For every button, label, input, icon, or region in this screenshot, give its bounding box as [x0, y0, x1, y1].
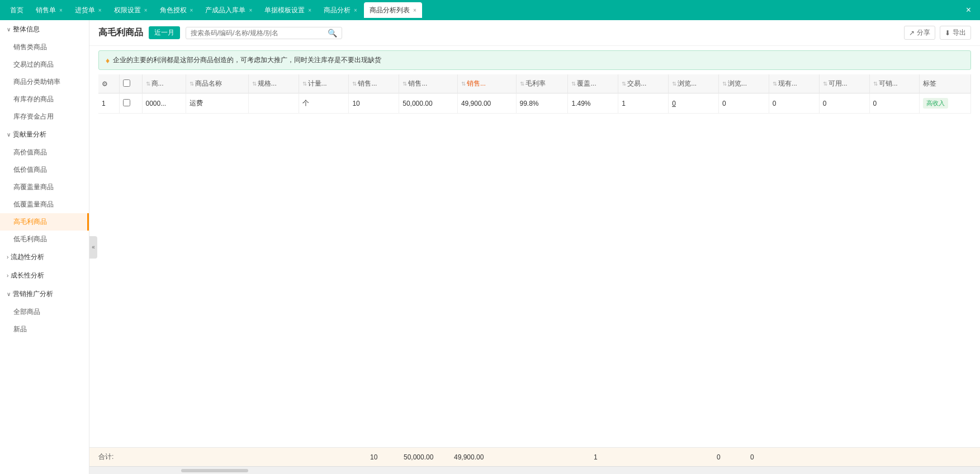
- content-area: 高毛利商品 近一月 🔍 ↗ 分享 ⬇ 导出 ♦ 企业的主要的利润都是这部分商品创…: [89, 20, 980, 474]
- horizontal-scrollbar[interactable]: [181, 469, 248, 472]
- close-sales-tab[interactable]: ×: [59, 7, 63, 13]
- cell-sales-profit: 49,900.00: [457, 93, 516, 114]
- row-checkbox[interactable]: [123, 99, 130, 106]
- sidebar-item-all-goods[interactable]: 全部商品: [0, 303, 89, 321]
- nav-tab-home[interactable]: 首页: [4, 2, 29, 18]
- nav-tab-permissions[interactable]: 权限设置 ×: [108, 2, 153, 18]
- col-transaction[interactable]: ⇅交易...: [618, 74, 669, 93]
- header-actions: ↗ 分享 ⬇ 导出: [904, 26, 971, 40]
- cell-spec: [248, 93, 299, 114]
- sidebar-item-low-margin[interactable]: 低毛利商品: [0, 231, 89, 248]
- toggle-sidebar-button[interactable]: «: [89, 236, 97, 259]
- sidebar-item-high-value[interactable]: 高价值商品: [0, 144, 89, 161]
- close-templates-tab[interactable]: ×: [308, 7, 311, 13]
- export-button[interactable]: ⬇ 导出: [940, 26, 971, 40]
- search-icon[interactable]: 🔍: [328, 29, 337, 37]
- footer-totals: 合计: 10 50,000.00 49,900.00 1 0 0: [89, 447, 980, 466]
- col-sellable-stock[interactable]: ⇅可销...: [869, 74, 920, 93]
- search-box[interactable]: 🔍: [186, 27, 342, 39]
- close-analytics-tab[interactable]: ×: [354, 7, 357, 13]
- page-title: 高毛利商品: [98, 27, 143, 39]
- col-sales-amount[interactable]: ⇅销售...: [399, 74, 458, 93]
- col-name[interactable]: ⇅商品名称: [186, 74, 248, 93]
- nav-tab-finished-goods[interactable]: 产成品入库单 ×: [200, 2, 258, 18]
- sidebar-group-marketing[interactable]: ∨ 营销推广分析: [0, 285, 89, 303]
- share-button[interactable]: ↗ 分享: [904, 26, 935, 40]
- nav-tab-analytics-list[interactable]: 商品分析列表 ×: [364, 2, 422, 18]
- col-available-stock[interactable]: ⇅可用...: [819, 74, 869, 93]
- sidebar-group-flow[interactable]: › 流趋性分析: [0, 248, 89, 266]
- cell-transaction: 1: [618, 93, 669, 114]
- sidebar-group-growth[interactable]: › 成长性分析: [0, 266, 89, 285]
- products-table: ⚙ ⇅商... ⇅商品名称 ⇅规格... ⇅计量... ⇅销售... ⇅销售..…: [98, 74, 971, 114]
- sidebar-wrapper: ∨ 整体信息 销售类商品 交易过的商品 商品分类助销率 有库存的商品 库存资金占…: [0, 20, 89, 474]
- close-analytics-list-tab[interactable]: ×: [413, 7, 416, 13]
- cell-checkbox[interactable]: [119, 93, 142, 114]
- cell-sales-qty: 10: [349, 93, 399, 114]
- sidebar-item-traded-goods[interactable]: 交易过的商品: [0, 56, 89, 73]
- col-current-stock[interactable]: ⇅现有...: [769, 74, 819, 93]
- close-purchase-tab[interactable]: ×: [98, 7, 102, 13]
- col-tag[interactable]: 标签: [920, 74, 971, 93]
- sidebar-item-stocked-goods[interactable]: 有库存的商品: [0, 91, 89, 108]
- cell-sales-amount: 50,000.00: [399, 93, 458, 114]
- close-roles-tab[interactable]: ×: [190, 7, 193, 13]
- sidebar-item-new-goods[interactable]: 新品: [0, 321, 89, 338]
- chevron-right-icon-2: ›: [7, 273, 8, 279]
- col-coverage[interactable]: ⇅覆盖...: [568, 74, 618, 93]
- col-sales-qty[interactable]: ⇅销售...: [349, 74, 399, 93]
- col-code[interactable]: ⇅商...: [142, 74, 186, 93]
- nav-tab-analytics[interactable]: 商品分析 ×: [318, 2, 363, 18]
- col-sales-profit[interactable]: ⇅销售...: [457, 74, 516, 93]
- cell-name: 运费: [186, 93, 248, 114]
- col-browse2[interactable]: ⇅浏览...: [719, 74, 769, 93]
- nav-tab-sales[interactable]: 销售单 ×: [30, 2, 68, 18]
- close-all-tabs[interactable]: ×: [962, 5, 976, 15]
- top-navigation: 首页 销售单 × 进货单 × 权限设置 × 角色授权 × 产成品入库单 × 单据…: [0, 0, 980, 20]
- sidebar-item-category-assist[interactable]: 商品分类助销率: [0, 73, 89, 91]
- sidebar-group-contribution[interactable]: ∨ 贡献量分析: [0, 125, 89, 144]
- nav-tab-roles[interactable]: 角色授权 ×: [154, 2, 199, 18]
- cell-available-stock: 0: [819, 93, 869, 114]
- cell-gross-margin: 99.8%: [516, 93, 568, 114]
- nav-tab-templates[interactable]: 单据模板设置 ×: [259, 2, 317, 18]
- search-input[interactable]: [191, 29, 325, 37]
- sidebar-item-low-value[interactable]: 低价值商品: [0, 161, 89, 179]
- col-gross-margin[interactable]: ⇅毛利率: [516, 74, 568, 93]
- filter-recent-month-button[interactable]: 近一月: [149, 26, 180, 39]
- table-container: ⚙ ⇅商... ⇅商品名称 ⇅规格... ⇅计量... ⇅销售... ⇅销售..…: [98, 74, 971, 447]
- footer-available-stock-val: 0: [747, 453, 780, 461]
- sidebar-item-low-coverage[interactable]: 低覆盖量商品: [0, 196, 89, 213]
- cell-index: 1: [98, 93, 119, 114]
- cell-current-stock: 0: [769, 93, 819, 114]
- sidebar-item-stock-capital[interactable]: 库存资金占用: [0, 108, 89, 125]
- chevron-down-icon-2: ∨: [7, 132, 11, 138]
- close-finished-tab[interactable]: ×: [249, 7, 252, 13]
- footer-current-stock-val: 0: [713, 453, 747, 461]
- table-header-row: ⚙ ⇅商... ⇅商品名称 ⇅规格... ⇅计量... ⇅销售... ⇅销售..…: [98, 74, 971, 93]
- sidebar: ∨ 整体信息 销售类商品 交易过的商品 商品分类助销率 有库存的商品 库存资金占…: [0, 20, 89, 474]
- col-unit[interactable]: ⇅计量...: [299, 74, 349, 93]
- nav-tab-purchase[interactable]: 进货单 ×: [69, 2, 107, 18]
- sidebar-item-high-margin[interactable]: 高毛利商品: [0, 213, 89, 231]
- cell-coverage: 1.49%: [568, 93, 618, 114]
- sidebar-item-sales-goods[interactable]: 销售类商品: [0, 39, 89, 56]
- footer-sales-amount-val: 50,000.00: [400, 453, 451, 461]
- sidebar-item-high-coverage[interactable]: 高覆盖量商品: [0, 179, 89, 196]
- col-browse1[interactable]: ⇅浏览...: [669, 74, 719, 93]
- cell-browse1[interactable]: 0: [669, 93, 719, 114]
- cell-tag: 高收入: [920, 93, 971, 114]
- cell-browse2: 0: [719, 93, 769, 114]
- col-checkbox[interactable]: [119, 74, 142, 93]
- close-permissions-tab[interactable]: ×: [144, 7, 148, 13]
- sidebar-group-overview[interactable]: ∨ 整体信息: [0, 20, 89, 39]
- chevron-right-icon: ›: [7, 254, 8, 260]
- cell-unit: 个: [299, 93, 349, 114]
- footer-sales-profit-val: 49,900.00: [451, 453, 501, 461]
- share-icon: ↗: [909, 29, 915, 37]
- table-row: 1 0000... 运费 个 10 50,000.00 49,900.00 99…: [98, 93, 971, 114]
- select-all-checkbox[interactable]: [123, 79, 130, 87]
- col-spec[interactable]: ⇅规格...: [248, 74, 299, 93]
- main-layout: ∨ 整体信息 销售类商品 交易过的商品 商品分类助销率 有库存的商品 库存资金占…: [0, 20, 980, 474]
- col-settings[interactable]: ⚙: [98, 74, 119, 93]
